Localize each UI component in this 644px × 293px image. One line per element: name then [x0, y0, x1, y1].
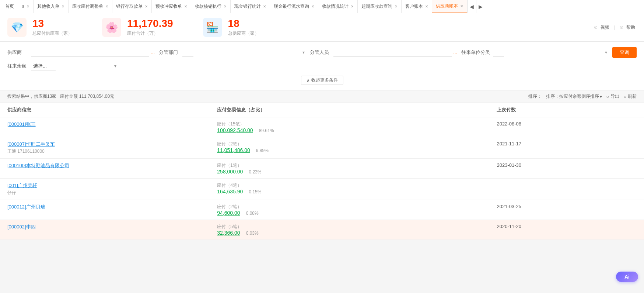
- last-pay-date: 2021-11-17: [497, 141, 521, 146]
- nav-tab-collection[interactable]: 收款核销执行 ✕: [191, 0, 231, 13]
- refresh-button[interactable]: ○ 刷新: [624, 93, 637, 100]
- close-icon[interactable]: ✕: [145, 4, 148, 8]
- nav-tab-home[interactable]: 首页: [1, 0, 18, 13]
- last-pay-date: 2023-01-30: [497, 162, 521, 168]
- video-link[interactable]: 视频: [601, 24, 609, 31]
- supplier-sub: 王通 17106110000: [7, 148, 217, 155]
- supplier-dots-button[interactable]: ...: [151, 49, 155, 55]
- payable-amount[interactable]: 11,051,486.00: [217, 147, 250, 153]
- payable-amount[interactable]: 32,366.00: [217, 230, 240, 236]
- lastpay-cell: 2022-08-08: [497, 121, 637, 127]
- nav-tab-label: 应收应付调整单: [72, 3, 103, 10]
- person-input[interactable]: [333, 48, 452, 57]
- payable-amount[interactable]: 258,000.00: [217, 169, 243, 175]
- nav-tab-label: 收款核销执行: [195, 3, 221, 10]
- dept-select[interactable]: [182, 48, 193, 57]
- supplier-link[interactable]: [000012]广州贝瑞: [7, 204, 217, 210]
- nav-tab-cashbank-flow[interactable]: 现金银行流水查询 ✕: [270, 0, 318, 13]
- close-icon[interactable]: ✕: [460, 4, 463, 8]
- supplier-search-field: 供应商 ...: [7, 48, 155, 57]
- stat-total-payable-suppliers: 💎 13 总应付供应商（家）: [7, 18, 87, 37]
- store-icon: 🏪: [203, 18, 222, 37]
- payable-pct: 0.15%: [249, 189, 261, 194]
- category-select-wrapper: [493, 48, 609, 57]
- close-icon[interactable]: ✕: [311, 4, 314, 8]
- payable-cell: 应付（4笔） 164,635.90 0.15%: [217, 182, 497, 194]
- payable-cell: 应付（5笔） 32,366.00 0.03%: [217, 224, 497, 236]
- balance-search-field: 往来余额 选择...: [7, 62, 118, 70]
- help-link[interactable]: 帮助: [626, 24, 635, 31]
- supplier-link[interactable]: [000002]李四: [7, 224, 217, 230]
- payable-amount[interactable]: 94,600.00: [217, 210, 240, 216]
- collapse-button[interactable]: ∧ 收起更多条件: [301, 76, 343, 85]
- person-search-field: 分管人员 ...: [310, 48, 458, 57]
- payable-label: 应付（5笔）: [217, 224, 497, 230]
- lastpay-cell: 2023-01-30: [497, 162, 637, 168]
- close-icon[interactable]: ✕: [263, 4, 266, 8]
- nav-tab-overdue[interactable]: 超期应收款查询 ✕: [358, 0, 402, 13]
- last-pay-date: 2022-08-08: [497, 121, 521, 127]
- close-icon[interactable]: ✕: [62, 4, 64, 8]
- payable-cell: 应付（2笔） 94,600.00 0.08%: [217, 204, 497, 216]
- supplier-link[interactable]: [000001]张三: [7, 121, 217, 128]
- category-select[interactable]: [493, 48, 504, 57]
- table-row: [001]广州荣轩 仔仔 应付（4笔） 164,635.90 0.15%: [0, 179, 644, 200]
- payable-label: 应付（2笔）: [217, 141, 497, 147]
- supplier-link[interactable]: [000007]恒旺二手叉车: [7, 141, 217, 148]
- nav-tab-collection-stats[interactable]: 收款情况统计 ✕: [318, 0, 358, 13]
- close-icon[interactable]: ✕: [184, 4, 187, 8]
- nav-tab-label: 现金银行流水查询: [274, 3, 309, 10]
- payable-amount[interactable]: 100,092,540.00: [217, 127, 253, 133]
- table-row: [000100]本特勤油品有限公司 应付（1笔） 258,000.00 0.23…: [0, 159, 644, 179]
- nav-tab-cashbank-stats[interactable]: 现金银行统计 ✕: [231, 0, 270, 13]
- table-row: [000007]恒旺二手叉车 王通 17106110000 应付（2笔） 11,…: [0, 137, 644, 159]
- close-icon[interactable]: ✕: [105, 4, 108, 8]
- supplier-label: 供应商: [7, 49, 28, 56]
- balance-select[interactable]: 选择...: [31, 62, 56, 70]
- lastpay-cell: 2021-11-17: [497, 141, 637, 146]
- supplier-input[interactable]: [31, 48, 149, 57]
- close-icon[interactable]: ✕: [224, 4, 227, 8]
- sort-button[interactable]: 排序：按应付余额倒序排序 ▾: [546, 93, 602, 100]
- payable-row: 258,000.00 0.23%: [217, 169, 497, 175]
- payable-pct: 0.08%: [246, 211, 259, 216]
- nav-tab-other-income[interactable]: 其他收入单 ✕: [34, 0, 69, 13]
- close-icon[interactable]: ✕: [27, 4, 29, 8]
- payable-amount[interactable]: 164,635.90: [217, 189, 243, 194]
- nav-tab-label: 供应商账本: [436, 3, 458, 9]
- payable-row: 32,366.00 0.03%: [217, 230, 497, 236]
- last-pay-date: 2020-11-20: [497, 224, 521, 229]
- result-summary: 搜索结果中，供应商13家 应付金额 111,703,854.00元: [7, 93, 114, 100]
- nav-tab-adjustment[interactable]: 应收应付调整单 ✕: [69, 0, 112, 13]
- stat-payable-amount-label: 应付合计（万）: [127, 30, 173, 37]
- payable-label: 应付（1笔）: [217, 162, 497, 169]
- close-icon[interactable]: ✕: [425, 4, 428, 8]
- result-supplier-count: 搜索结果中，供应商13家: [7, 93, 56, 100]
- query-button[interactable]: 查询: [612, 47, 637, 58]
- supplier-cell: [000100]本特勤油品有限公司: [7, 162, 217, 169]
- export-button[interactable]: ○ 导出: [606, 93, 619, 100]
- supplier-cell: [000012]广州贝瑞: [7, 204, 217, 210]
- nav-tab-supplier-ledger[interactable]: 供应商账本 ✕: [432, 0, 467, 13]
- payable-row: 100,092,540.00 89.61%: [217, 127, 497, 133]
- nav-tab-label: 现金银行统计: [234, 3, 261, 10]
- diamond-icon: 💎: [7, 18, 27, 37]
- chevron-up-icon: ∧: [307, 78, 310, 83]
- nav-tab-label: 客户账本: [405, 3, 423, 10]
- close-icon[interactable]: ✕: [395, 4, 398, 8]
- payable-cell: 应付（2笔） 11,051,486.00 9.89%: [217, 141, 497, 153]
- nav-tab-prepay[interactable]: 预收冲应收单 ✕: [152, 0, 191, 13]
- nav-tab-customer-ledger[interactable]: 客户账本 ✕: [402, 0, 432, 13]
- nav-prev-button[interactable]: ◀: [467, 0, 476, 13]
- top-right-links: ⊙ 视频 ｜ ⊙ 帮助: [592, 24, 637, 31]
- person-dots-button[interactable]: ...: [453, 49, 458, 55]
- supplier-link[interactable]: [000100]本特勤油品有限公司: [7, 162, 217, 169]
- balance-label: 往来余额: [7, 63, 28, 69]
- nav-next-button[interactable]: ▶: [476, 0, 485, 13]
- refresh-label: 刷新: [628, 93, 637, 100]
- refresh-icon: ○: [624, 94, 626, 99]
- nav-tab-3[interactable]: 3 ✕: [18, 0, 34, 13]
- supplier-link[interactable]: [001]广州荣轩: [7, 182, 217, 189]
- nav-tab-bank-deposit[interactable]: 银行存取款单 ✕: [112, 0, 152, 13]
- close-icon[interactable]: ✕: [351, 4, 354, 8]
